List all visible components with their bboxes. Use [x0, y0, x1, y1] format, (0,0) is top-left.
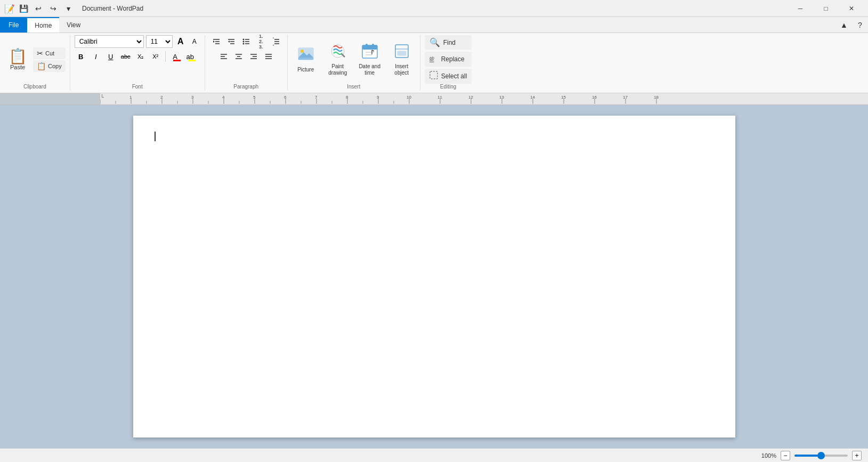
paint-drawing-button[interactable]: Paint drawing [324, 40, 352, 79]
select-all-button[interactable]: Select all [425, 69, 472, 84]
svg-point-12 [242, 43, 244, 45]
increase-indent-button[interactable] [209, 35, 223, 48]
tab-home[interactable]: Home [27, 17, 59, 33]
para-row-2 [217, 50, 275, 63]
insert-object-label: Insert object [391, 63, 413, 76]
paragraph-group: 1.2.3. Paragraph [205, 35, 288, 91]
picture-button[interactable]: Picture [292, 43, 320, 76]
editing-group: 🔍 Find ab ac Replace Select al [420, 35, 476, 91]
svg-text:2: 2 [160, 95, 163, 100]
svg-text:14: 14 [530, 95, 535, 100]
font-grow-button[interactable]: A [175, 36, 186, 47]
subscript-button[interactable]: X₂ [134, 50, 147, 63]
svg-marker-17 [273, 37, 274, 38]
font-shrink-button[interactable]: A [189, 36, 200, 47]
date-time-button[interactable]: Date and time [356, 40, 384, 79]
align-left-button[interactable] [217, 50, 231, 63]
decrease-indent-button[interactable] [224, 35, 238, 48]
svg-point-10 [242, 41, 244, 43]
find-label: Find [443, 39, 456, 46]
font-row-1: Calibri 11 A A [75, 35, 200, 48]
ribbon-help-button[interactable]: ? [852, 17, 868, 33]
paste-icon: 📋 [9, 49, 27, 64]
date-time-icon [361, 43, 378, 63]
zoom-slider-track[interactable] [794, 455, 848, 457]
text-cursor [155, 132, 156, 141]
picture-label: Picture [297, 67, 314, 73]
ruler: └ text{font-size:8px;fill:#555;font-fami… [0, 93, 868, 105]
underline-button[interactable]: U [104, 50, 117, 63]
paste-label: Paste [10, 64, 25, 70]
status-bar: 100% − + [0, 448, 868, 462]
line-spacing-button[interactable] [269, 35, 283, 48]
title-bar: 📝 💾 ↩ ↪ ▾ Document - WordPad ─ □ ✕ [0, 0, 868, 17]
app-icon: 📝 [4, 4, 14, 13]
svg-text:16: 16 [592, 95, 597, 100]
tab-view[interactable]: View [59, 17, 88, 33]
insert-object-button[interactable]: Insert object [388, 40, 416, 79]
ruler-left-margin [0, 93, 100, 104]
svg-text:9: 9 [377, 95, 379, 100]
svg-text:8: 8 [346, 95, 348, 100]
zoom-in-button[interactable]: + [852, 451, 862, 460]
qat-redo[interactable]: ↪ [47, 2, 60, 15]
svg-point-32 [301, 50, 304, 53]
bold-button[interactable]: B [75, 50, 87, 63]
paint-icon [329, 43, 346, 63]
justify-button[interactable] [262, 50, 275, 63]
svg-text:4: 4 [222, 95, 225, 100]
svg-point-8 [242, 39, 244, 40]
paragraph-group-content: 1.2.3. [209, 35, 283, 84]
zoom-out-button[interactable]: − [781, 451, 790, 460]
svg-text:6: 6 [284, 95, 287, 100]
insert-group-label: Insert [347, 84, 360, 91]
clipboard-group-label: Clipboard [23, 84, 46, 91]
bullets-button[interactable] [239, 35, 253, 48]
maximize-button[interactable]: □ [814, 0, 838, 17]
zoom-label: 100% [761, 452, 776, 459]
svg-text:3: 3 [191, 95, 194, 100]
font-name-select[interactable]: Calibri [75, 35, 144, 48]
numbering-button[interactable]: 1.2.3. [254, 35, 268, 48]
clipboard-group: 📋 Paste ✂ Cut 📋 Copy Clipboard [0, 35, 70, 91]
cut-button[interactable]: ✂ Cut [33, 47, 66, 59]
italic-button[interactable]: I [90, 50, 102, 63]
window-title: Document - WordPad [82, 5, 143, 12]
font-size-select[interactable]: 11 [146, 35, 173, 48]
replace-button[interactable]: ab ac Replace [425, 52, 472, 67]
paste-button[interactable]: 📋 Paste [4, 35, 31, 84]
qat-customize[interactable]: ▾ [62, 2, 75, 15]
copy-button[interactable]: 📋 Copy [33, 60, 66, 72]
close-button[interactable]: ✕ [839, 0, 864, 17]
qat-save[interactable]: 💾 [17, 2, 30, 15]
picture-icon [297, 46, 314, 66]
svg-text:ac: ac [429, 58, 434, 62]
copy-icon: 📋 [37, 62, 46, 70]
svg-text:10: 10 [407, 95, 411, 100]
align-center-button[interactable] [232, 50, 246, 63]
minimize-button[interactable]: ─ [788, 0, 813, 17]
tab-file[interactable]: File [0, 17, 27, 33]
superscript-button[interactable]: X² [149, 50, 162, 63]
svg-rect-49 [430, 71, 437, 79]
find-button[interactable]: 🔍 Find [425, 35, 472, 50]
svg-text:7: 7 [315, 95, 318, 100]
highlight-button[interactable]: ab [184, 50, 197, 63]
svg-text:1: 1 [129, 95, 132, 100]
para-row-1: 1.2.3. [209, 35, 283, 48]
svg-marker-18 [273, 45, 274, 46]
zoom-slider-thumb[interactable] [817, 452, 825, 459]
qat-undo[interactable]: ↩ [32, 2, 45, 15]
ruler-content[interactable]: └ text{font-size:8px;fill:#555;font-fami… [100, 93, 868, 104]
clipboard-mini-buttons: ✂ Cut 📋 Copy [33, 35, 66, 84]
strikethrough-button[interactable]: abc [119, 50, 132, 63]
find-icon: 🔍 [429, 37, 440, 47]
title-bar-left: 📝 💾 ↩ ↪ ▾ Document - WordPad [4, 2, 143, 15]
ribbon-collapse-button[interactable]: ▲ [836, 17, 852, 33]
svg-text:12: 12 [468, 95, 473, 100]
svg-rect-46 [398, 51, 406, 55]
align-right-button[interactable] [247, 50, 261, 63]
svg-rect-39 [372, 44, 374, 47]
document-page[interactable] [133, 116, 735, 437]
text-color-button[interactable]: A [169, 50, 182, 63]
